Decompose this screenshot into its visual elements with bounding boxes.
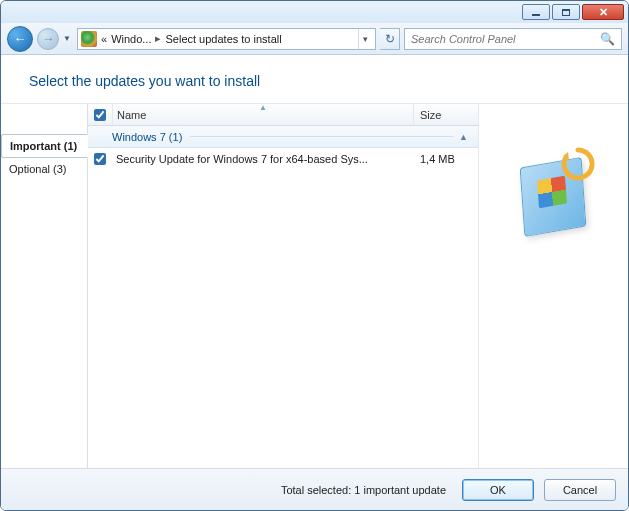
close-button[interactable]: ✕ xyxy=(582,4,624,20)
tab-important[interactable]: Important (1) xyxy=(1,134,88,158)
refresh-icon: ↻ xyxy=(385,32,395,46)
search-icon: 🔍 xyxy=(600,32,615,46)
update-list-panel: ▲ Name Size Windows 7 (1) ▲ Security Upd… xyxy=(87,104,478,468)
breadcrumb-prev-chevrons: « xyxy=(101,33,107,45)
control-panel-icon xyxy=(81,31,97,47)
tab-optional-count: 3 xyxy=(57,163,63,175)
page-body: Select the updates you want to install I… xyxy=(1,55,628,510)
maximize-icon xyxy=(562,9,570,16)
header-checkbox-cell xyxy=(88,109,112,121)
category-tabs: Important (1) Optional (3) xyxy=(1,104,87,468)
group-label: Windows 7 (1) xyxy=(112,131,182,143)
cancel-button[interactable]: Cancel xyxy=(544,479,616,501)
content-area: Important (1) Optional (3) ▲ Name xyxy=(1,103,628,468)
select-all-checkbox[interactable] xyxy=(94,109,106,121)
breadcrumb-root[interactable]: Windo... xyxy=(111,33,151,45)
nav-back-button[interactable]: ← xyxy=(7,26,33,52)
update-item-checkbox[interactable] xyxy=(94,153,106,165)
details-pane xyxy=(478,104,628,468)
nav-history-dropdown[interactable]: ▼ xyxy=(63,34,73,43)
tab-important-count: 1 xyxy=(67,140,73,152)
update-item-name: Security Update for Windows 7 for x64-ba… xyxy=(112,153,414,165)
window-frame: ✕ ← → ▼ « Windo... ▸ Select updates to i… xyxy=(0,0,629,511)
refresh-button[interactable]: ↻ xyxy=(380,28,400,50)
ok-button[interactable]: OK xyxy=(462,479,534,501)
address-dropdown-button[interactable]: ▾ xyxy=(358,29,372,49)
tab-important-label: Important xyxy=(10,140,61,152)
breadcrumb-sep-icon: ▸ xyxy=(155,32,161,45)
collapse-group-icon[interactable]: ▲ xyxy=(459,132,478,142)
column-header-name-label: Name xyxy=(117,109,146,121)
column-header-size-label: Size xyxy=(420,109,441,121)
close-icon: ✕ xyxy=(599,6,608,19)
update-item-row[interactable]: Security Update for Windows 7 for x64-ba… xyxy=(88,148,478,170)
address-bar[interactable]: « Windo... ▸ Select updates to install ▾ xyxy=(77,28,376,50)
column-header-size[interactable]: Size xyxy=(414,104,478,125)
group-row-windows7[interactable]: Windows 7 (1) ▲ xyxy=(88,126,478,148)
arrow-left-icon: ← xyxy=(14,31,27,46)
tab-optional[interactable]: Optional (3) xyxy=(1,158,87,180)
windows-update-icon xyxy=(508,144,600,244)
search-input[interactable] xyxy=(411,33,600,45)
navbar: ← → ▼ « Windo... ▸ Select updates to ins… xyxy=(1,23,628,55)
column-header-name[interactable]: ▲ Name xyxy=(112,104,414,125)
list-header: ▲ Name Size xyxy=(88,104,478,126)
update-item-size: 1,4 MB xyxy=(414,153,478,165)
nav-forward-button[interactable]: → xyxy=(37,28,59,50)
breadcrumb-current[interactable]: Select updates to install xyxy=(165,33,281,45)
minimize-icon xyxy=(532,14,540,16)
tab-optional-label: Optional xyxy=(9,163,50,175)
maximize-button[interactable] xyxy=(552,4,580,20)
arrow-right-icon: → xyxy=(42,31,55,46)
footer-bar: Total selected: 1 important update OK Ca… xyxy=(1,468,628,510)
page-heading: Select the updates you want to install xyxy=(1,55,628,103)
search-box[interactable]: 🔍 xyxy=(404,28,622,50)
titlebar: ✕ xyxy=(1,1,628,23)
group-divider xyxy=(190,136,453,137)
minimize-button[interactable] xyxy=(522,4,550,20)
sort-asc-icon: ▲ xyxy=(259,103,267,112)
selection-status: Total selected: 1 important update xyxy=(281,484,446,496)
